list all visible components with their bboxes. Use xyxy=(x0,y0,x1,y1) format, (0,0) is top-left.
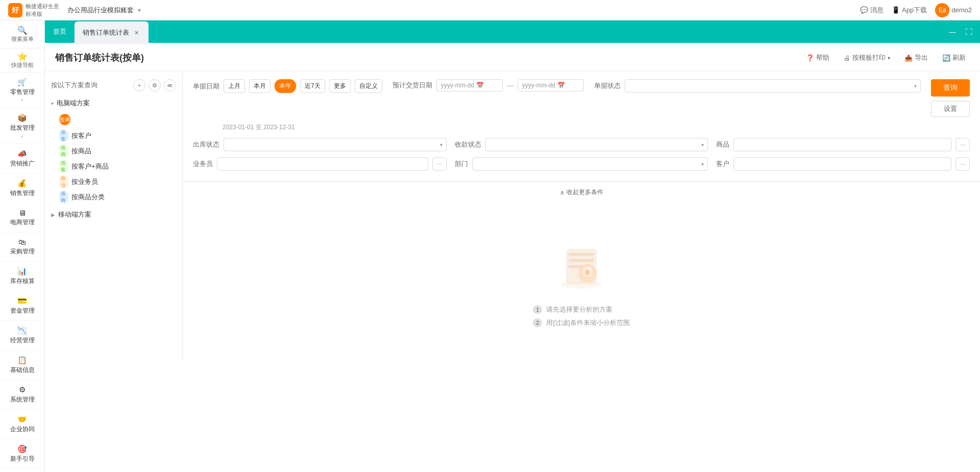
svg-rect-2 xyxy=(569,253,594,256)
tab-bar: 首页 销售订单统计表 ✕ — ⛶ xyxy=(45,20,980,43)
app-title-arrow[interactable]: ▾ xyxy=(138,7,141,14)
sidebar-item-operations[interactable]: 📉 经营管理 xyxy=(0,321,44,350)
scheme-by-customer[interactable]: 按客 按客户 xyxy=(45,128,182,144)
hint-num-2: 2 xyxy=(533,318,542,327)
calendar-end-icon: 📅 xyxy=(557,82,565,89)
empty-state: 1 请先选择要分析的方案 2 用[过滤]条件来缩小分析范围 xyxy=(183,203,980,362)
salesperson-ellipsis-button[interactable]: ··· xyxy=(432,157,447,171)
ship-status-select[interactable] xyxy=(224,138,447,151)
settings-scheme-button[interactable]: ⚙ xyxy=(149,79,161,91)
sidebar-item-quick-nav[interactable]: ⭐ 快捷导航 xyxy=(0,49,44,73)
collapse-panel-button[interactable]: ≪ xyxy=(164,79,176,91)
sidebar-item-app-center[interactable]: 📱 应用中心 xyxy=(0,469,44,472)
tab-maximize-button[interactable]: ⛶ xyxy=(962,25,976,39)
ship-status-label: 出库状态 xyxy=(193,140,219,149)
scheme-by-product[interactable]: 按商 按商品 xyxy=(45,144,182,159)
sidebar-item-basic[interactable]: 📋 基础信息 xyxy=(0,350,44,380)
app-title: 办公用品行业模拟账套 xyxy=(67,6,134,15)
export-button[interactable]: 📤 导出 xyxy=(900,51,932,64)
date-label: 单据日期 xyxy=(193,82,219,91)
scheme-by-product-category[interactable]: 按商 按商品分类 xyxy=(45,190,182,205)
product-input[interactable] xyxy=(733,138,951,151)
settings-button[interactable]: 设置 xyxy=(931,101,970,117)
page-inner: 销售订单统计表(按单) ❓ 帮助 🖨 按模板打印 ▾ xyxy=(45,43,980,472)
tab-minimize-button[interactable]: — xyxy=(945,25,960,39)
content-area: 首页 销售订单统计表 ✕ — ⛶ 销售订单统计表(按单) xyxy=(45,20,980,472)
sidebar-item-enterprise[interactable]: 🤝 企业协同 xyxy=(0,410,44,439)
receipt-status-wrapper: ▾ xyxy=(485,138,708,151)
more-date-button[interactable]: 更多 xyxy=(329,79,351,93)
sidebar-item-marketing[interactable]: 📣 营销推广 xyxy=(0,144,44,174)
scheme-by-salesperson[interactable]: 按业 按业务员 xyxy=(45,174,182,190)
receipt-status-label: 收款状态 xyxy=(455,140,481,149)
sidebar-item-wholesale[interactable]: 📦 批发管理 ▴ xyxy=(0,108,44,144)
tree-parent-mobile[interactable]: ▶ 移动端方案 xyxy=(45,207,182,222)
empty-image xyxy=(551,233,612,295)
receipt-status-select[interactable] xyxy=(485,138,708,151)
filter-panel: 单据日期 上月 本月 本年 近7天 更多 自定义 xyxy=(183,71,980,181)
sidebar-item-finance[interactable]: 💳 资金管理 xyxy=(0,291,44,321)
empty-hint-2: 2 用[过滤]条件来缩小分析范围 xyxy=(533,318,629,327)
collapse-button[interactable]: ∧ 收起更多条件 xyxy=(554,186,609,199)
this-year-button[interactable]: 本年 xyxy=(275,79,296,93)
product-label: 商品 xyxy=(716,140,729,149)
last7days-button[interactable]: 近7天 xyxy=(300,79,325,93)
tab-home[interactable]: 首页 xyxy=(45,20,75,43)
page-content: 销售订单统计表(按单) ❓ 帮助 🖨 按模板打印 ▾ xyxy=(45,43,980,472)
scheme-by-order[interactable]: 按单 xyxy=(45,111,182,128)
tab-sales-order-stats[interactable]: 销售订单统计表 ✕ xyxy=(75,21,149,44)
refresh-button[interactable]: 🔄 刷新 xyxy=(938,51,970,64)
query-button[interactable]: 查询 xyxy=(931,79,970,97)
add-scheme-button[interactable]: + xyxy=(133,79,145,91)
right-main: 单据日期 上月 本月 本年 近7天 更多 自定义 xyxy=(183,71,980,362)
help-button[interactable]: ❓ 帮助 xyxy=(802,51,834,64)
department-wrapper: ▾ xyxy=(472,157,708,171)
sidebar-item-inventory[interactable]: 📊 库存核算 xyxy=(0,262,44,291)
scheme-by-product-label: 按商品 xyxy=(71,147,91,156)
scheme-pc-icon: 按商 xyxy=(59,193,68,202)
print-icon: 🖨 xyxy=(844,54,850,62)
user-profile[interactable]: Ea demo2 xyxy=(935,3,972,17)
message-button[interactable]: 💬 消息 xyxy=(860,6,884,15)
panel-title: 按以下方案查询 xyxy=(51,81,133,90)
sidebar-item-ecommerce[interactable]: 🖥 电商管理 xyxy=(0,203,44,232)
hint-num-1: 1 xyxy=(533,305,542,314)
product-ellipsis-button[interactable]: ··· xyxy=(955,138,970,151)
tab-bar-actions: — ⛶ xyxy=(945,25,980,39)
scheme-by-product-category-label: 按商品分类 xyxy=(71,193,105,202)
single-status-select[interactable] xyxy=(625,79,921,92)
last-month-button[interactable]: 上月 xyxy=(224,79,245,93)
expected-date-start[interactable]: yyyy-mm-dd 📅 xyxy=(436,79,503,91)
empty-hints: 1 请先选择要分析的方案 2 用[过滤]条件来缩小分析范围 xyxy=(533,305,629,332)
sidebar-item-retail[interactable]: 🛒 零售管理 ▾ xyxy=(0,73,44,108)
logo-area: 好 畅捷通好生意 标准版 xyxy=(8,3,59,17)
sidebar-item-search[interactable]: 🔍 搜索菜单 xyxy=(0,20,44,49)
sidebar-item-sales[interactable]: 💰 销售管理 xyxy=(0,174,44,203)
customer-input[interactable] xyxy=(733,157,951,171)
help-icon: ❓ xyxy=(806,54,814,62)
tree-parent-pc[interactable]: ▾ 电脑端方案 xyxy=(45,96,182,111)
logo-icon: 好 xyxy=(8,3,22,17)
top-bar-left: 好 畅捷通好生意 标准版 办公用品行业模拟账套 ▾ xyxy=(8,3,141,17)
sidebar-item-purchase[interactable]: 🛍 采购管理 xyxy=(0,232,44,262)
scheme-by-customer-label: 按客户 xyxy=(71,131,91,140)
salesperson-input[interactable] xyxy=(217,157,428,171)
app-download-button[interactable]: 📱 App下载 xyxy=(892,6,927,15)
sidebar-item-new-user[interactable]: 🎯 新手引导 xyxy=(0,439,44,469)
panel-header: 按以下方案查询 + ⚙ ≪ xyxy=(45,77,182,96)
custom-date-button[interactable]: 自定义 xyxy=(355,79,382,93)
scheme-by-customer-product[interactable]: 按客 按客户+商品 xyxy=(45,159,182,174)
tab-close-button[interactable]: ✕ xyxy=(132,29,140,37)
customer-ellipsis-button[interactable]: ··· xyxy=(955,157,970,171)
print-button[interactable]: 🖨 按模板打印 ▾ xyxy=(840,51,894,64)
expected-date-end[interactable]: yyyy-mm-dd 📅 xyxy=(518,79,584,91)
department-select[interactable] xyxy=(472,157,708,171)
page-title: 销售订单统计表(按单) xyxy=(55,52,144,64)
this-month-button[interactable]: 本月 xyxy=(249,79,271,93)
empty-hint-1: 1 请先选择要分析的方案 xyxy=(533,305,629,314)
left-scheme-panel: 按以下方案查询 + ⚙ ≪ ▾ 电脑端方案 xyxy=(45,71,183,362)
sidebar-item-system[interactable]: ⚙ 系统管理 xyxy=(0,380,44,410)
scheme-by-salesperson-label: 按业务员 xyxy=(71,177,98,186)
date-range-display: 2023-01-01 至 2023-12-31 xyxy=(223,124,295,131)
collapse-area: ∧ 收起更多条件 xyxy=(183,181,980,203)
